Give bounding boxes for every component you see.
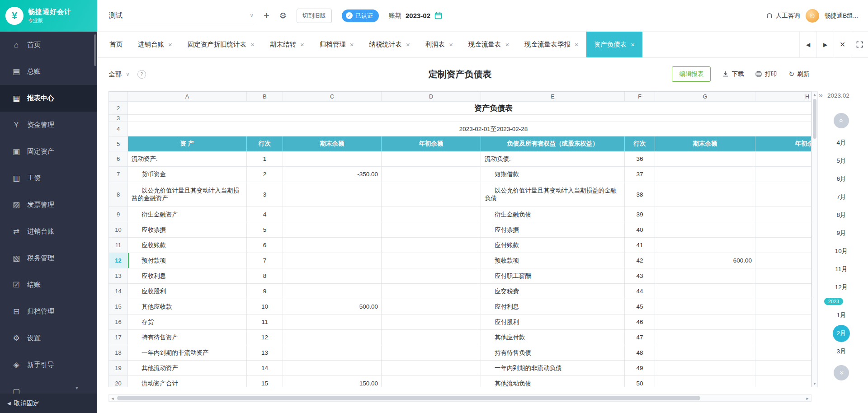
tab-0[interactable]: 首页 [102,32,130,57]
tab-7[interactable]: 现金流量表× [461,32,517,57]
row-header-9[interactable]: 9 [109,207,128,222]
account-set-select[interactable]: 测试 ∨ [109,6,254,25]
cell-B17[interactable]: 12 [247,330,283,345]
row-header-20[interactable]: 20 [109,376,128,387]
row-header-2[interactable]: 2 [109,102,128,115]
tab-close-icon[interactable]: × [250,41,255,48]
horizontal-scrollbar-thumb[interactable] [117,396,700,400]
cell-H16[interactable] [755,314,811,330]
column-header-E[interactable]: E [481,92,625,102]
month-item-10[interactable]: 2月 [833,325,850,342]
cell-A16[interactable]: 存货 [128,314,247,330]
header-cell-E[interactable]: 负债及所有者权益（或股东权益） [481,136,625,151]
months-page-up-button[interactable]: « [834,113,849,128]
vertical-scrollbar[interactable]: ▲ ▼ [811,91,818,387]
cell-B13[interactable]: 8 [247,268,283,284]
tab-scroll-left-icon[interactable]: ◀ [800,32,816,57]
cell-E14[interactable]: 应交税费 [481,284,625,299]
sidebar-item-tax[interactable]: ▧税务管理 [0,245,97,272]
row-header-11[interactable]: 11 [109,238,128,253]
cell-F18[interactable]: 48 [625,345,655,361]
row-header-10[interactable]: 10 [109,222,128,238]
sidebar-item-funds[interactable]: ¥资金管理 [0,112,97,138]
cell-C7[interactable]: -350.00 [283,167,382,182]
username[interactable]: 畅捷通B组... [825,12,858,20]
row-header-17[interactable]: 17 [109,330,128,345]
row-header-15[interactable]: 15 [109,299,128,314]
cell-C19[interactable] [283,361,382,376]
month-item-3[interactable]: 7月 [827,188,855,206]
period-value[interactable]: 2023-02 [406,12,430,19]
cell-D9[interactable] [382,207,481,222]
edit-report-button[interactable]: 编辑报表 [672,66,711,82]
sidebar-item-settings[interactable]: ⚙设置 [0,325,97,352]
cell-D10[interactable] [382,222,481,238]
cell-D7[interactable] [382,167,481,182]
month-item-0[interactable]: 4月 [827,134,855,152]
cell-D19[interactable] [382,361,481,376]
sidebar-item-beginner-guide[interactable]: ◈新手引导 [0,352,97,378]
cell-C18[interactable] [283,345,382,361]
cell-H18[interactable] [755,345,811,361]
cell-G18[interactable] [655,345,755,361]
tab-3[interactable]: 期末结转× [262,32,312,57]
tab-close-icon[interactable]: × [300,41,304,48]
cell-B19[interactable]: 14 [247,361,283,376]
horizontal-scrollbar[interactable]: ◂ ▸ [108,394,811,402]
month-item-8[interactable]: 12月 [827,278,855,296]
cell-C6[interactable] [283,151,382,167]
sidebar-scroll-down-icon[interactable]: ▼ [75,385,79,390]
cell-H15[interactable] [755,299,811,314]
month-item-4[interactable]: 8月 [827,206,855,224]
sidebar-item-fixed-assets[interactable]: ▣固定资产 [0,138,97,165]
cell-G11[interactable] [655,238,755,253]
cell-D14[interactable] [382,284,481,299]
add-button[interactable]: + [264,11,269,21]
cell-E10[interactable]: 应付票据 [481,222,625,238]
header-cell-F[interactable]: 行次 [625,136,655,151]
cell-D11[interactable] [382,238,481,253]
cell-D15[interactable] [382,299,481,314]
column-header-G[interactable]: G [655,92,755,102]
cell-B14[interactable]: 9 [247,284,283,299]
tab-2[interactable]: 固定资产折旧统计表× [180,32,262,57]
column-header-F[interactable]: F [625,92,655,102]
header-cell-B[interactable]: 行次 [247,136,283,151]
sidebar-item-purchase-sales[interactable]: ⇄进销台账 [0,218,97,245]
tab-close-icon[interactable]: × [575,41,579,48]
column-header-H[interactable]: H [755,92,811,102]
month-item-1[interactable]: 5月 [827,152,855,170]
cell-G15[interactable] [655,299,755,314]
cell-C14[interactable] [283,284,382,299]
tab-close-icon[interactable]: × [406,41,410,48]
cell-G16[interactable] [655,314,755,330]
cell-A7[interactable]: 货币资金 [128,167,247,182]
tab-8[interactable]: 现金流量表季报× [517,32,586,57]
cell-H17[interactable] [755,330,811,345]
human-support-link[interactable]: 人工咨询 [766,12,800,20]
cell-F9[interactable]: 39 [625,207,655,222]
header-cell-G[interactable]: 期末余额 [655,136,755,151]
cell-E12[interactable]: 预收款项 [481,253,625,268]
tab-9[interactable]: 资产负债表× [586,32,642,57]
cell-C13[interactable] [283,268,382,284]
sidebar-item-salary[interactable]: ▥工资 [0,165,97,192]
certified-badge[interactable]: ✓ 已认证 [342,9,379,22]
cell-F20[interactable]: 50 [625,376,655,387]
tab-close-icon[interactable]: × [350,41,354,48]
cell-A12[interactable]: 预付款项 [128,253,247,268]
tab-1[interactable]: 进销台账× [130,32,180,57]
cell-A19[interactable]: 其他流动资产 [128,361,247,376]
cell-G10[interactable] [655,222,755,238]
cell-E17[interactable]: 其他应付款 [481,330,625,345]
cell-B16[interactable]: 11 [247,314,283,330]
row-header-3[interactable]: 3 [109,115,128,122]
fullscreen-icon[interactable] [851,32,868,57]
cell-A8[interactable]: 以公允价值计量且其变动计入当期损益的金融资产 [128,182,247,207]
cell-H19[interactable] [755,361,811,376]
cell-E13[interactable]: 应付职工薪酬 [481,268,625,284]
column-header-D[interactable]: D [382,92,481,102]
cell-A10[interactable]: 应收票据 [128,222,247,238]
cell-A17[interactable]: 持有待售资产 [128,330,247,345]
month-item-2[interactable]: 6月 [827,170,855,188]
